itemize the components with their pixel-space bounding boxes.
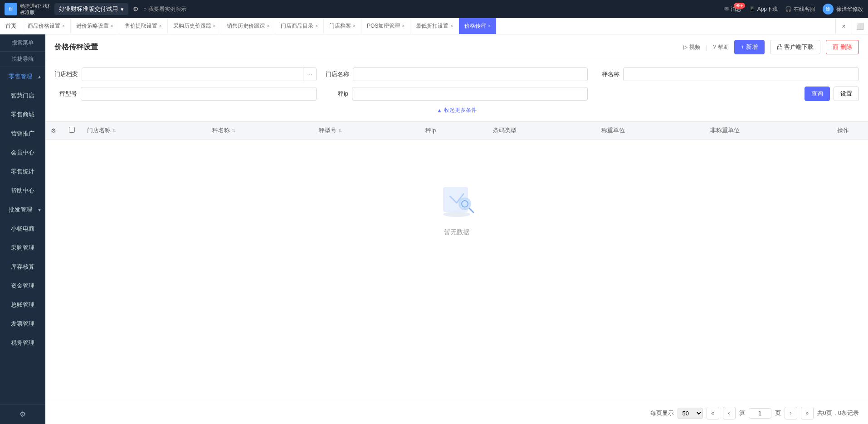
select-all-checkbox[interactable] [69, 127, 75, 133]
table-col-scale-model[interactable]: 秤型号 [313, 122, 420, 140]
table-col-store-name[interactable]: 门店名称 [82, 122, 207, 140]
page-number-input[interactable] [749, 408, 771, 419]
add-button[interactable]: + 新增 [734, 40, 765, 54]
online-service-button[interactable]: 🎧 在线客服 [785, 5, 815, 13]
sidebar-item-marketing[interactable]: 营销推广 [0, 124, 45, 143]
tab-price-setting[interactable]: 商品价格设置 × [22, 18, 71, 34]
next-page-button[interactable]: › [785, 407, 797, 419]
page-word: 算 [739, 409, 745, 417]
messages-button[interactable]: ✉ 消息 99+ [724, 5, 741, 13]
config-icon[interactable]: ⚙ [133, 5, 139, 13]
sidebar-item-ecommerce[interactable]: 小畅电商 [0, 219, 45, 238]
tab-price-transfer[interactable]: 价格传秤 × [459, 18, 497, 34]
sidebar-item-purchase[interactable]: 采购管理 [0, 238, 45, 257]
scale-ip-label: 秤ip [326, 90, 348, 98]
settings-button[interactable]: 设置 [834, 87, 859, 101]
table-col-check [63, 122, 82, 140]
store-file-more-icon[interactable]: ··· [303, 68, 316, 81]
video-link[interactable]: ▷ 视频 [683, 43, 700, 51]
last-page-icon: » [805, 410, 809, 416]
store-file-input-wrapper: ··· [82, 67, 317, 81]
sidebar-item-member[interactable]: 会员中心 [0, 143, 45, 162]
first-page-button[interactable]: « [707, 407, 719, 419]
sidebar-item-retail-mall[interactable]: 零售商城 [0, 105, 45, 124]
sidebar-quick-nav[interactable]: 快捷导航 [0, 52, 45, 67]
user-menu[interactable]: 徐 徐泽华修改 [823, 4, 863, 14]
filter-row-2: 秤型号 秤ip 查询 设置 [54, 87, 859, 101]
sidebar-item-inventory[interactable]: 库存核算 [0, 257, 45, 276]
per-page-select[interactable]: 50 10 20 100 [678, 408, 703, 419]
tab-pos[interactable]: POS加密管理 × [361, 18, 410, 34]
messages-badge: 99+ [734, 3, 745, 9]
tab-close-icon[interactable]: × [315, 24, 318, 29]
table-col-scale-name[interactable]: 秤名称 [207, 122, 313, 140]
sidebar-search[interactable]: 搜索菜单 [0, 34, 45, 52]
sidebar-item-invoice[interactable]: 发票管理 [0, 314, 45, 333]
tab-close-icon[interactable]: × [267, 24, 269, 29]
empty-icon [434, 176, 479, 221]
tab-close-icon[interactable]: × [159, 24, 162, 29]
tab-close-icon[interactable]: × [488, 24, 491, 29]
sidebar-item-smart-store[interactable]: 智慧门店 [0, 86, 45, 105]
empty-state: 暂无数据 [45, 140, 868, 273]
store-name-input[interactable] [353, 67, 588, 81]
prev-page-button[interactable]: ‹ [723, 407, 736, 419]
tab-close-icon[interactable]: × [62, 24, 65, 29]
tab-bar: 首页 商品价格设置 × 进价策略设置 × 售价提取设置 × 采购历史价跟踪 × … [0, 18, 868, 34]
tab-close-icon[interactable]: × [402, 24, 405, 29]
top-bar: 财 畅捷通好业财 标准版 好业财标准版交付试用 ▾ ⚙ ○ 我要看实例演示 ✉ … [0, 0, 868, 18]
filter-area: 门店档案 ··· 门店名称 秤名称 秤型号 [45, 60, 868, 122]
store-file-input[interactable] [82, 67, 303, 81]
scale-ip-input[interactable] [352, 87, 588, 101]
table-header-row: ⚙ 门店名称 秤名称 秤型号 [45, 122, 868, 140]
page-actions: ▷ 视频 | ? 帮助 + 新增 凸 客户端下载 面 删除 [683, 40, 859, 54]
tab-close-icon[interactable]: × [450, 24, 453, 29]
sidebar-item-retail[interactable]: 零售管理 ▲ [0, 67, 45, 86]
sidebar-item-accounting[interactable]: 总账管理 [0, 295, 45, 314]
tab-store-catalog[interactable]: 门店商品目录 × [275, 18, 324, 34]
scale-name-input[interactable] [623, 67, 859, 81]
tab-close-icon[interactable]: × [353, 24, 356, 29]
collapse-bar: ▲ 收起更多条件 [54, 106, 859, 114]
close-tab-button[interactable]: × [835, 18, 852, 34]
sidebar-item-help[interactable]: 帮助中心 [0, 181, 45, 200]
video-icon: ▷ [683, 44, 688, 50]
tab-purchase-history[interactable]: 采购历史价跟踪 × [168, 18, 222, 34]
tab-close-icon[interactable]: × [111, 24, 113, 29]
sidebar-settings-button[interactable]: ⚙ [0, 404, 45, 424]
query-button[interactable]: 查询 [805, 87, 830, 101]
tab-sale-history[interactable]: 销售历史价跟踪 × [221, 18, 275, 34]
sidebar-item-finance[interactable]: 资金管理 [0, 276, 45, 295]
table-col-barcode-type: 条码类型 [488, 122, 596, 140]
page-title: 价格传秤设置 [54, 43, 98, 52]
tab-store-file[interactable]: 门店档案 × [324, 18, 361, 34]
collapse-button[interactable]: ▲ 收起更多条件 [437, 106, 477, 114]
version-selector-text: 好业财标准版交付试用 [59, 5, 118, 13]
tab-min-discount[interactable]: 最低折扣设置 × [410, 18, 459, 34]
version-selector[interactable]: 好业财标准版交付试用 ▾ [54, 3, 128, 15]
delete-button[interactable]: 面 删除 [826, 40, 859, 54]
tab-home[interactable]: 首页 [0, 18, 22, 34]
app-download-button[interactable]: 📱 App下载 [749, 5, 778, 13]
store-file-label: 门店档案 [54, 70, 78, 78]
sidebar-item-wholesale[interactable]: 批发管理 ▼ [0, 200, 45, 219]
content-area: 价格传秤设置 ▷ 视频 | ? 帮助 + 新增 凸 客户端下载 面 [45, 34, 868, 424]
maximize-tab-button[interactable]: ⬜ [852, 18, 868, 34]
scale-model-input[interactable] [81, 87, 317, 101]
per-page-label: 每页显示 [650, 409, 674, 417]
demo-link[interactable]: ○ 我要看实例演示 [143, 5, 186, 13]
top-bar-right: ✉ 消息 99+ 📱 App下载 🎧 在线客服 徐 徐泽华修改 [724, 4, 863, 14]
tab-sale-extract[interactable]: 售价提取设置 × [119, 18, 168, 34]
tab-bar-actions: × ⬜ [835, 18, 868, 34]
tab-close-icon[interactable]: × [213, 24, 216, 29]
sidebar-item-tax[interactable]: 税务管理 [0, 333, 45, 352]
last-page-button[interactable]: » [801, 407, 814, 419]
filter-store-file: 门店档案 ··· [54, 67, 317, 81]
download-button[interactable]: 凸 客户端下载 [770, 40, 821, 54]
tab-purchase-strategy[interactable]: 进价策略设置 × [71, 18, 119, 34]
help-link[interactable]: ? 帮助 [713, 43, 729, 51]
column-settings-icon[interactable]: ⚙ [51, 127, 56, 134]
logo-icon: 财 [5, 3, 17, 15]
page-label: 页 [775, 409, 781, 417]
sidebar-item-retail-stats[interactable]: 零售统计 [0, 162, 45, 181]
